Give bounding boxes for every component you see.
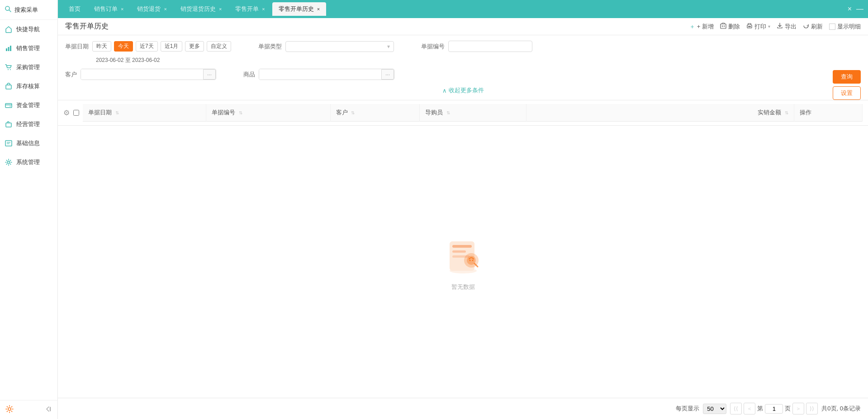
add-button[interactable]: ＋ + 新增 (689, 23, 714, 31)
col-date[interactable]: 单据日期 ⇅ (83, 104, 206, 122)
tab-bar: 首页 销售订单 × 销货退货 × 销货退货历史 × 零售开单 × 零售开单历史 … (58, 0, 868, 18)
last-page-btn[interactable]: ⟩⟩ (806, 403, 818, 414)
collapse-btn[interactable]: ∧ 收起更多条件 (442, 86, 484, 94)
date-filter-buttons: 昨天 今天 近7天 近1月 更多 自定义 (92, 41, 231, 52)
sidebar-item-label: 资金管理 (16, 101, 40, 109)
table-header-row: 单据日期 ⇅ 单据编号 ⇅ 客户 ⇅ (83, 104, 863, 122)
svg-point-6 (10, 69, 11, 70)
gear-icon (5, 158, 13, 166)
svg-rect-24 (452, 245, 472, 248)
sidebar-search-label: 搜索采单 (14, 6, 38, 14)
svg-rect-17 (721, 24, 726, 28)
tab-close-retail-open[interactable]: × (262, 6, 265, 12)
print-icon (746, 23, 753, 30)
collapse-sidebar-icon[interactable] (44, 405, 52, 414)
svg-rect-8 (5, 104, 12, 108)
sidebar-item-ops[interactable]: 经营管理 (0, 115, 57, 134)
svg-rect-4 (10, 46, 11, 51)
refresh-icon (803, 23, 809, 30)
sidebar-item-label: 基础信息 (16, 139, 40, 147)
prev-page-btn[interactable]: ＜ (744, 403, 755, 414)
goods-input[interactable] (259, 69, 381, 80)
today-btn[interactable]: 今天 (114, 41, 133, 52)
setting-button[interactable]: 设置 (833, 86, 861, 100)
collapse-bar: ∧ 收起更多条件 (65, 85, 861, 94)
per-page-label: 每页显示 (676, 405, 699, 413)
tab-retail-open-history[interactable]: 零售开单历史 × (272, 2, 326, 16)
export-button[interactable]: 导出 (777, 23, 797, 31)
settings-icon[interactable] (5, 405, 14, 414)
first-page-btn[interactable]: ⟨⟨ (730, 403, 742, 414)
doc-no-field: 单据编号 (421, 41, 532, 52)
tab-sales-return[interactable]: 销货退货 × (131, 2, 173, 16)
svg-point-14 (8, 161, 10, 164)
export-icon (777, 23, 783, 30)
col-salesperson[interactable]: 导购员 ⇅ (419, 104, 526, 122)
week-btn[interactable]: 近7天 (136, 41, 158, 52)
search-panel: 单据日期 昨天 今天 近7天 近1月 更多 自定义 单据类型 ▾ (58, 35, 868, 100)
svg-point-9 (10, 106, 11, 107)
table-settings-icon[interactable]: ⚙ (63, 108, 70, 117)
col-customer[interactable]: 客户 ⇅ (330, 104, 419, 122)
tab-sales-return-history[interactable]: 销货退货历史 × (174, 2, 228, 16)
col-amount[interactable]: 实销金额 ⇅ (526, 104, 794, 122)
sidebar-item-purchase[interactable]: 采购管理 (0, 58, 57, 77)
tab-close-retail-open-history[interactable]: × (317, 6, 320, 12)
col-action: 操作 (794, 104, 862, 122)
wallet-icon (5, 101, 13, 109)
page-input[interactable] (765, 404, 783, 414)
sidebar-item-quick-nav[interactable]: 快捷导航 (0, 20, 57, 39)
month-btn[interactable]: 近1月 (161, 41, 183, 52)
goods-input-group: ··· (259, 69, 394, 80)
tab-close-sales-return-history[interactable]: × (219, 6, 222, 12)
pagination: 每页显示 50 100 200 ⟨⟨ ＜ 第 页 ＞ ⟩⟩ 共0页, 0条记录 (58, 398, 868, 419)
svg-point-30 (469, 260, 470, 261)
sidebar-item-system[interactable]: 系统管理 (0, 153, 57, 172)
total-info: 共0页, 0条记录 (821, 405, 861, 413)
svg-rect-2 (6, 48, 7, 51)
tab-sales-order[interactable]: 销售订单 × (88, 2, 130, 16)
doc-type-select[interactable]: ▾ (285, 41, 394, 52)
print-button[interactable]: 打印 ▾ (746, 23, 770, 31)
sidebar-item-sales[interactable]: 销售管理 (0, 39, 57, 58)
col-no[interactable]: 单据编号 ⇅ (206, 104, 330, 122)
sidebar-item-basic[interactable]: 基础信息 (0, 134, 57, 153)
sidebar-item-inventory[interactable]: 库存核算 (0, 77, 57, 96)
minimize-icon[interactable]: — (856, 5, 863, 13)
sort-amount-icon: ⇅ (785, 110, 788, 115)
sidebar-search[interactable]: 搜索采单 (0, 0, 57, 20)
tab-close-sales-return[interactable]: × (164, 6, 166, 12)
data-table: 单据日期 ⇅ 单据编号 ⇅ 客户 ⇅ (83, 104, 863, 122)
empty-state: 暂无数据 (58, 126, 868, 398)
close-window-icon[interactable]: × (848, 5, 852, 13)
custom-btn[interactable]: 自定义 (207, 41, 231, 52)
tab-close-sales-order[interactable]: × (121, 6, 123, 12)
next-page-btn[interactable]: ＞ (792, 403, 804, 414)
doc-no-label: 单据编号 (421, 42, 445, 51)
select-all-checkbox[interactable] (73, 110, 79, 116)
per-page-select[interactable]: 50 100 200 (703, 404, 726, 414)
search-icon (5, 5, 12, 14)
tab-home[interactable]: 首页 (62, 2, 87, 16)
detail-checkbox[interactable] (829, 24, 835, 30)
query-button[interactable]: 查询 (833, 70, 861, 84)
delete-icon (720, 23, 726, 30)
page-toolbar: 零售开单历史 ＋ + 新增 删除 打印 ▾ (58, 18, 868, 35)
sidebar-item-label: 采购管理 (16, 63, 40, 71)
customer-input[interactable] (81, 69, 203, 80)
doc-no-input[interactable] (448, 41, 532, 52)
svg-rect-10 (6, 123, 11, 127)
customer-label: 客户 (65, 71, 77, 79)
chevron-up-icon: ∧ (442, 87, 447, 94)
delete-button[interactable]: 删除 (720, 23, 740, 31)
sidebar-item-finance[interactable]: 资金管理 (0, 96, 57, 115)
show-detail-checkbox[interactable]: 显示明细 (829, 23, 861, 31)
refresh-button[interactable]: 刷新 (803, 23, 823, 31)
svg-point-15 (8, 408, 11, 410)
tab-retail-open[interactable]: 零售开单 × (229, 2, 271, 16)
customer-ellipsis-btn[interactable]: ··· (203, 69, 216, 80)
yesterday-btn[interactable]: 昨天 (92, 41, 111, 52)
more-btn[interactable]: 更多 (185, 41, 204, 52)
goods-ellipsis-btn[interactable]: ··· (381, 69, 394, 80)
page-label-suffix: 页 (785, 405, 791, 413)
